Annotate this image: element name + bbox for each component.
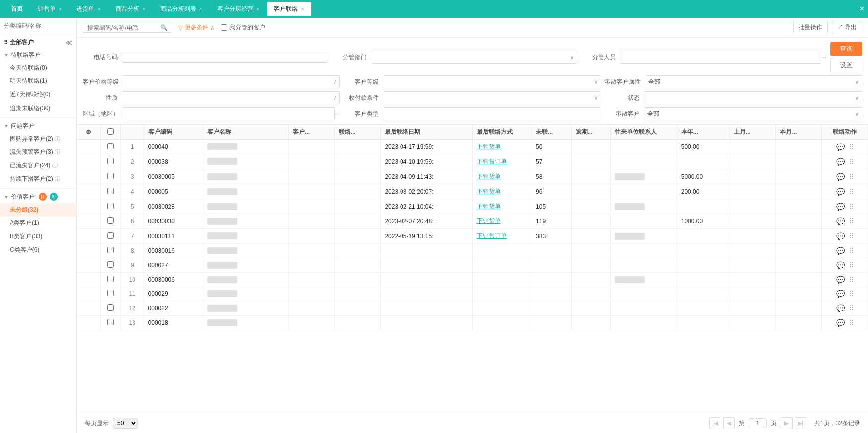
- col-contact-person-header[interactable]: 往来单位联系人: [610, 125, 677, 140]
- sidebar-item-lost[interactable]: 已流失客户(24) ⓘ: [0, 159, 76, 172]
- row-checkbox[interactable]: [107, 261, 114, 268]
- row-checkbox[interactable]: [107, 217, 114, 224]
- next-page-button[interactable]: ▶: [781, 417, 793, 429]
- more-conditions-button[interactable]: ▽ 更多条件 ∧: [178, 23, 215, 32]
- last-way-link[interactable]: 下销货单: [477, 188, 501, 195]
- last-way-link[interactable]: 下销售订单: [477, 158, 507, 165]
- tab-purchase[interactable]: 进货单 ×: [69, 2, 107, 16]
- tab-sales[interactable]: 销售单 ×: [31, 2, 68, 16]
- filter-customer-level-select[interactable]: [383, 75, 601, 88]
- manager-dotdot[interactable]: ···: [821, 54, 826, 61]
- contact-icon[interactable]: 💬: [836, 217, 845, 225]
- tab-customer-segment-close[interactable]: ×: [256, 6, 259, 12]
- filter-retail-attr-select[interactable]: 全部: [645, 75, 862, 88]
- tab-product-analysis-close[interactable]: ×: [142, 6, 145, 12]
- sidebar-item-class-c[interactable]: C类客户(6): [0, 243, 76, 257]
- first-page-button[interactable]: |◀: [709, 417, 721, 429]
- more-action-icon[interactable]: ⠿: [849, 203, 854, 211]
- last-way-link[interactable]: 下销售订单: [477, 232, 507, 239]
- more-action-icon[interactable]: ⠿: [849, 232, 854, 240]
- app-close-button[interactable]: ×: [860, 4, 864, 13]
- filter-search-input[interactable]: [87, 24, 158, 31]
- sidebar-item-declining[interactable]: 持续下滑客户(2) ⓘ: [0, 172, 76, 186]
- row-checkbox[interactable]: [107, 319, 114, 325]
- more-action-icon[interactable]: ⠿: [849, 290, 854, 298]
- more-action-icon[interactable]: ⠿: [849, 319, 854, 327]
- contact-icon[interactable]: 💬: [836, 319, 845, 327]
- sidebar-item-ungrouped[interactable]: 未分组(32): [0, 203, 76, 216]
- col-last-way-header[interactable]: 最后联络方式: [472, 125, 532, 140]
- filter-customer-type-select[interactable]: [383, 107, 601, 120]
- filter-payment-select[interactable]: [383, 91, 601, 104]
- col-settings-header[interactable]: ⚙: [77, 125, 101, 140]
- reset-button[interactable]: 设置: [830, 58, 862, 72]
- more-action-icon[interactable]: ⠿: [849, 188, 854, 196]
- more-action-icon[interactable]: ⠿: [849, 173, 854, 181]
- contact-icon[interactable]: 💬: [836, 304, 845, 312]
- row-checkbox[interactable]: [107, 247, 114, 253]
- filter-price-level-select[interactable]: [123, 75, 340, 88]
- col-code-header[interactable]: 客户编码: [144, 125, 203, 140]
- tab-sales-close[interactable]: ×: [59, 6, 62, 12]
- more-action-icon[interactable]: ⠿: [849, 247, 854, 255]
- more-action-icon[interactable]: ⠿: [849, 276, 854, 284]
- tab-customer-contact[interactable]: 客户联络 ×: [267, 2, 311, 16]
- more-action-icon[interactable]: ⠿: [849, 217, 854, 225]
- batch-operation-button[interactable]: 批量操作: [793, 21, 828, 34]
- row-checkbox[interactable]: [107, 203, 114, 209]
- select-all-checkbox[interactable]: [107, 128, 114, 135]
- tab-product-analysis[interactable]: 商品分析 ×: [109, 2, 152, 16]
- contact-icon[interactable]: 💬: [836, 232, 845, 240]
- tab-product-analysis-list[interactable]: 商品分析列表 ×: [153, 2, 209, 16]
- sidebar-search-input[interactable]: [4, 22, 77, 29]
- contact-icon[interactable]: 💬: [836, 276, 845, 284]
- last-page-button[interactable]: ▶|: [795, 417, 806, 429]
- more-action-icon[interactable]: ⠿: [849, 143, 854, 151]
- sidebar-item-overdue[interactable]: 逾期未联络(30): [0, 102, 76, 115]
- sidebar-item-abnormal[interactable]: 囤购异常客户(2) ⓘ: [0, 132, 76, 145]
- more-action-icon[interactable]: ⠿: [849, 304, 854, 312]
- more-action-icon[interactable]: ⠿: [849, 261, 854, 269]
- sidebar-item-today[interactable]: 今天待联络(0): [0, 61, 76, 74]
- last-way-link[interactable]: 下销货单: [477, 217, 501, 224]
- col-this-month-header[interactable]: 本月...: [776, 125, 822, 140]
- contact-icon[interactable]: 💬: [836, 203, 845, 211]
- filter-status-select[interactable]: [644, 91, 862, 104]
- sidebar-item-tomorrow[interactable]: 明天待联络(1): [0, 74, 76, 88]
- row-checkbox[interactable]: [107, 276, 114, 282]
- contact-icon[interactable]: 💬: [836, 261, 845, 269]
- sidebar-item-class-b[interactable]: B类客户(33): [0, 230, 76, 243]
- col-overdue-header[interactable]: 逾期...: [571, 125, 610, 140]
- query-button[interactable]: 查询: [830, 42, 862, 56]
- filter-manager-select[interactable]: [620, 51, 821, 64]
- filter-search-icon[interactable]: 🔍: [160, 24, 168, 31]
- last-way-link[interactable]: 下销货单: [477, 143, 501, 150]
- row-checkbox[interactable]: [107, 290, 114, 296]
- col-contact-header[interactable]: 联络...: [334, 125, 381, 140]
- page-input[interactable]: [749, 418, 767, 428]
- contact-icon[interactable]: 💬: [836, 290, 845, 298]
- contact-icon[interactable]: 💬: [836, 247, 845, 255]
- refresh-badge[interactable]: ↻: [50, 193, 58, 201]
- row-checkbox[interactable]: [107, 232, 114, 239]
- sidebar-group-problem[interactable]: ▼ 问题客户: [0, 120, 76, 132]
- col-last-date-header[interactable]: 最后联络日期: [381, 125, 472, 140]
- sidebar-collapse-button[interactable]: ≪: [65, 39, 72, 47]
- contact-icon[interactable]: 💬: [836, 158, 845, 166]
- contact-icon[interactable]: 💬: [836, 143, 845, 151]
- sidebar-item-7days[interactable]: 近7天待联络(0): [0, 88, 76, 101]
- last-way-link[interactable]: 下销货单: [477, 173, 501, 180]
- row-checkbox[interactable]: [107, 188, 114, 194]
- last-way-link[interactable]: 下销货单: [477, 203, 501, 210]
- filter-nature-select[interactable]: [122, 91, 340, 104]
- tab-customer-segment[interactable]: 客户分层经营 ×: [210, 2, 266, 16]
- col-type-header[interactable]: 客户...: [288, 125, 334, 140]
- row-checkbox[interactable]: [107, 173, 114, 179]
- row-checkbox[interactable]: [107, 304, 114, 311]
- filter-phone-input[interactable]: [122, 52, 328, 63]
- my-customers-checkbox[interactable]: [221, 24, 227, 31]
- col-this-year-header[interactable]: 本年...: [677, 125, 730, 140]
- page-size-select[interactable]: 50 100 200: [113, 418, 138, 429]
- contact-icon[interactable]: 💬: [836, 173, 845, 181]
- col-not-contact-header[interactable]: 未联...: [532, 125, 571, 140]
